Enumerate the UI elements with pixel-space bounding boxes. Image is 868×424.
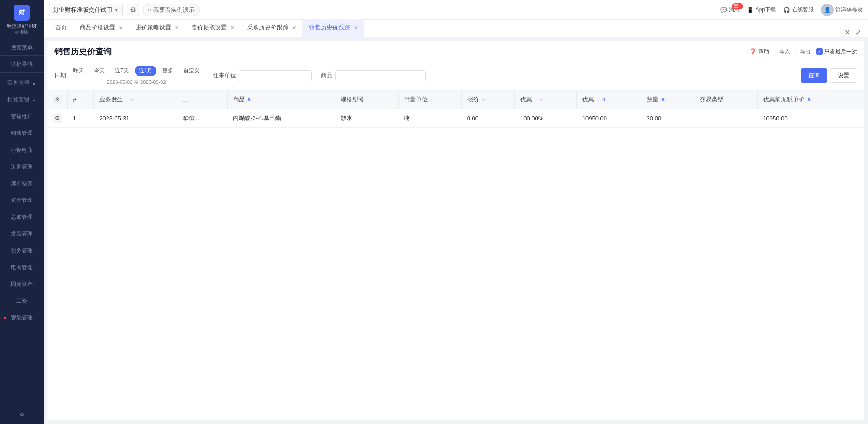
tab-purchase-history[interactable]: 采购历史价跟踪 ✕	[241, 19, 302, 37]
table-area: ⚙ # 业务发生... ⇅ ... 商品 ⇅ 规格型号 计量单	[47, 91, 864, 420]
tab-sale-history[interactable]: 销售历史价跟踪 ✕	[302, 19, 364, 37]
tab-home[interactable]: 首页	[49, 19, 73, 37]
date-pill-custom[interactable]: 自定义	[179, 66, 204, 76]
sidebar-item-wholesale[interactable]: 批发管理 ▲	[0, 92, 44, 108]
demo-button[interactable]: ○ 我要看实例演示	[143, 4, 200, 16]
export-button[interactable]: ↑ 导出	[795, 48, 811, 56]
sort-icon: ⇅	[247, 97, 251, 102]
th-gear: ⚙	[47, 91, 68, 109]
date-filter-label: 日期	[54, 72, 66, 80]
th-discount1-label: 优惠...	[520, 96, 537, 103]
row-product: 丙烯酸-2-乙基己酯	[227, 109, 335, 128]
message-button[interactable]: 💬 消息 99+	[720, 6, 740, 14]
th-date[interactable]: 业务发生... ⇅	[94, 91, 177, 109]
th-discount1[interactable]: 优惠... ⇅	[515, 91, 577, 109]
sidebar-settings-button[interactable]: ⚙	[2, 409, 42, 420]
query-button[interactable]: 查询	[801, 68, 827, 83]
message-icon: 💬	[720, 7, 727, 13]
settings-gear-button[interactable]: ⚙	[127, 4, 139, 16]
from-unit-input[interactable]: ...	[239, 70, 312, 81]
help-button[interactable]: ❓ 帮助	[750, 48, 769, 56]
tab-label: 商品价格设置	[80, 24, 115, 32]
help-label: 帮助	[758, 48, 769, 56]
sidebar-item-invoice[interactable]: 发票管理	[0, 226, 44, 242]
sort-icon: ⇅	[602, 97, 605, 102]
page-title: 销售历史价查询	[54, 46, 112, 57]
th-product[interactable]: 商品 ⇅	[227, 91, 335, 109]
date-pill-last1m[interactable]: 近1月	[135, 66, 157, 76]
filter-actions: 查询 设置	[801, 68, 857, 83]
customer-service-button[interactable]: 🎧 在线客服	[783, 6, 814, 14]
tab-close-icon[interactable]: ✕	[230, 25, 234, 31]
date-pill-today[interactable]: 今天	[90, 66, 109, 76]
sidebar-item-payroll[interactable]: 工资	[0, 293, 44, 309]
only-last-checkbox[interactable]: ✓ 只看最后一次	[816, 48, 857, 56]
th-price-label: 报价	[467, 96, 479, 103]
th-pretax-price[interactable]: 优惠前无税单价 ⇅	[757, 91, 864, 109]
sidebar-search[interactable]: 搜索菜单	[0, 40, 44, 56]
tab-close-icon[interactable]: ✕	[119, 25, 123, 31]
row-date: 2023-05-31	[94, 109, 177, 128]
page-header-actions: ❓ 帮助 ↓ 导入 ↑ 导出 ✓ 只看最后一次	[750, 48, 857, 56]
sidebar-item-smart[interactable]: 智能管理	[0, 309, 44, 326]
chevron-down-icon: ▼	[114, 7, 119, 13]
version-selector[interactable]: 好业财标准版交付试用 ▼	[49, 4, 123, 16]
row-gear-cell: ⚙	[47, 109, 68, 128]
sidebar-item-finance[interactable]: 资金管理	[0, 192, 44, 209]
row-spec: 散水	[335, 109, 399, 128]
sidebar-item-tax[interactable]: 税务管理	[0, 242, 44, 259]
avatar: 👤	[821, 4, 834, 16]
sidebar-item-label: 税务管理	[11, 247, 33, 255]
user-menu[interactable]: 👤 徐泽华修改	[821, 4, 863, 16]
th-price[interactable]: 报价 ⇅	[462, 91, 515, 109]
date-pill-last7[interactable]: 近7天	[111, 66, 133, 76]
sidebar-item-sales[interactable]: 销售管理	[0, 125, 44, 142]
import-button[interactable]: ↓ 导入	[775, 48, 790, 56]
tab-close-icon[interactable]: ✕	[292, 25, 296, 31]
from-unit-dots[interactable]: ...	[303, 72, 307, 79]
logo-name: 畅捷通好业财	[7, 23, 37, 29]
tab-purchase-strategy[interactable]: 进价策略设置 ✕	[129, 19, 185, 37]
row-unit: 吨	[398, 109, 462, 128]
sidebar-nav: 快捷导航	[0, 56, 44, 73]
sidebar-item-inventory[interactable]: 库存核算	[0, 175, 44, 192]
th-spec: 规格型号	[335, 91, 399, 109]
tab-close-icon[interactable]: ✕	[175, 25, 179, 31]
date-pill-more[interactable]: 更多	[158, 66, 177, 76]
column-settings-icon[interactable]: ⚙	[53, 95, 62, 104]
tab-price[interactable]: 商品价格设置 ✕	[73, 19, 129, 37]
sidebar-item-ecommerce[interactable]: 电商管理	[0, 259, 44, 276]
row-gear-icon[interactable]: ⚙	[53, 114, 62, 123]
sidebar-menu: 零售管理 ▲ 批发管理 ▲ 营销推广 销售管理 小畅电商 采购管理 库存核算 资…	[0, 73, 44, 405]
tab-label: 采购历史价跟踪	[247, 24, 288, 32]
import-label: 导入	[779, 48, 790, 56]
sidebar-item-ecommerce-small[interactable]: 小畅电商	[0, 142, 44, 159]
sidebar-quick-nav[interactable]: 快捷导航	[0, 58, 44, 71]
th-more: ...	[177, 91, 227, 109]
sidebar-item-ledger[interactable]: 总账管理	[0, 209, 44, 226]
tab-sale-price[interactable]: 售价提取设置 ✕	[185, 19, 241, 37]
sidebar-item-label: 固定资产	[11, 280, 33, 288]
sidebar-item-label: 库存核算	[11, 180, 33, 188]
th-unit: 计量单位	[398, 91, 462, 109]
app-download-button[interactable]: 📱 App下载	[747, 6, 776, 14]
row-pretax-price: 10950.00	[757, 109, 864, 128]
product-input[interactable]: ...	[335, 70, 426, 81]
from-unit-label: 往来单位	[213, 72, 236, 80]
th-qty[interactable]: 数量 ⇅	[641, 91, 694, 109]
sidebar-item-marketing[interactable]: 营销推广	[0, 108, 44, 125]
tab-close-icon[interactable]: ✕	[354, 25, 358, 31]
th-discount2[interactable]: 优惠... ⇅	[577, 91, 641, 109]
sort-icon: ⇅	[131, 97, 134, 102]
date-pill-yesterday[interactable]: 昨天	[69, 66, 88, 76]
product-dots[interactable]: ...	[417, 72, 422, 79]
sidebar-item-assets[interactable]: 固定资产	[0, 276, 44, 293]
mobile-icon: 📱	[747, 7, 754, 13]
sidebar-item-purchase[interactable]: 采购管理	[0, 159, 44, 175]
product-filter-group: 商品 ...	[321, 70, 426, 81]
maximize-window-button[interactable]: ⤢	[853, 28, 863, 37]
tab-label: 首页	[55, 24, 67, 32]
sidebar-item-retail[interactable]: 零售管理 ▲	[0, 75, 44, 92]
setting-button[interactable]: 设置	[830, 68, 857, 83]
close-window-button[interactable]: ✕	[843, 28, 852, 37]
